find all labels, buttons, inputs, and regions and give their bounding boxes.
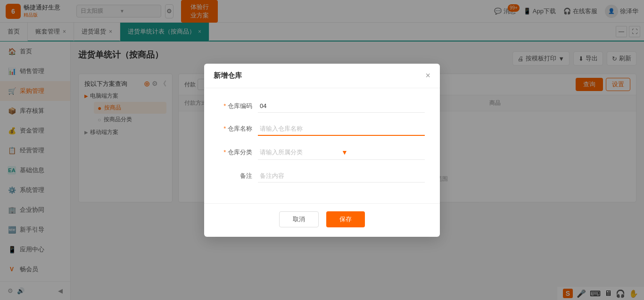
dialog-new-warehouse: 新增仓库 × 仓库编码 仓库名称 仓库分类 请输入所属分类 ▼ 备注 bbox=[204, 64, 440, 237]
form-row-name: 仓库名称 bbox=[219, 122, 425, 136]
warehouse-code-label: 仓库编码 bbox=[219, 102, 252, 110]
dialog-body: 仓库编码 仓库名称 仓库分类 请输入所属分类 ▼ 备注 bbox=[204, 88, 440, 203]
dialog-header: 新增仓库 × bbox=[204, 64, 440, 88]
remark-input[interactable] bbox=[258, 169, 425, 183]
dialog-footer: 取消 保存 bbox=[204, 203, 440, 237]
save-button[interactable]: 保存 bbox=[326, 211, 365, 227]
warehouse-name-label: 仓库名称 bbox=[219, 125, 252, 133]
modal-overlay: 新增仓库 × 仓库编码 仓库名称 仓库分类 请输入所属分类 ▼ 备注 bbox=[0, 0, 644, 300]
warehouse-code-input[interactable] bbox=[258, 100, 425, 113]
category-dropdown-icon: ▼ bbox=[341, 149, 423, 156]
remark-label: 备注 bbox=[219, 172, 252, 180]
warehouse-category-label: 仓库分类 bbox=[219, 148, 252, 157]
form-row-category: 仓库分类 请输入所属分类 ▼ bbox=[219, 145, 425, 160]
form-row-code: 仓库编码 bbox=[219, 100, 425, 113]
warehouse-name-input[interactable] bbox=[258, 122, 425, 136]
warehouse-category-select[interactable]: 请输入所属分类 ▼ bbox=[258, 145, 425, 160]
dialog-close-button[interactable]: × bbox=[425, 71, 430, 80]
form-row-remark: 备注 bbox=[219, 169, 425, 183]
cancel-button[interactable]: 取消 bbox=[279, 211, 319, 227]
dialog-title: 新增仓库 bbox=[214, 71, 242, 80]
warehouse-category-placeholder: 请输入所属分类 bbox=[260, 148, 341, 157]
